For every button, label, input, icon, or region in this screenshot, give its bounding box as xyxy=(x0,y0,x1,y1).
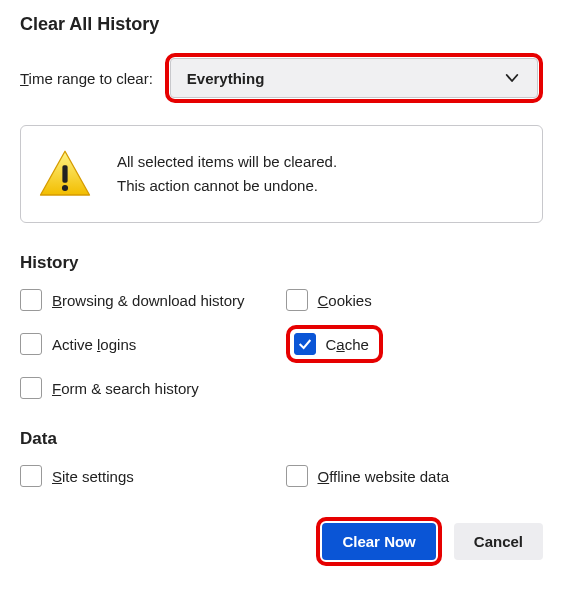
chevron-down-icon xyxy=(503,69,521,87)
svg-point-1 xyxy=(62,185,68,191)
data-section-heading: Data xyxy=(20,429,543,449)
history-options: Browsing & download history Cookies Acti… xyxy=(20,289,543,399)
svg-rect-0 xyxy=(62,165,67,183)
data-options: Site settings Offline website data xyxy=(20,465,543,487)
time-range-label: Time range to clear: xyxy=(20,70,153,87)
checkbox-item-cookies[interactable]: Cookies xyxy=(286,289,544,311)
checkbox-item-site[interactable]: Site settings xyxy=(20,465,278,487)
label-browsing: Browsing & download history xyxy=(52,292,245,309)
time-range-row: Time range to clear: Everything xyxy=(20,53,543,103)
dialog-title: Clear All History xyxy=(20,14,543,35)
checkbox-item-offline[interactable]: Offline website data xyxy=(286,465,544,487)
button-row: Clear Now Cancel xyxy=(20,517,543,566)
clear-now-button[interactable]: Clear Now xyxy=(322,523,435,560)
time-range-highlight: Everything xyxy=(165,53,543,103)
checkbox-site[interactable] xyxy=(20,465,42,487)
checkbox-item-form[interactable]: Form & search history xyxy=(20,377,278,399)
label-offline: Offline website data xyxy=(318,468,449,485)
checkbox-form[interactable] xyxy=(20,377,42,399)
checkbox-item-browsing[interactable]: Browsing & download history xyxy=(20,289,278,311)
warning-triangle-icon xyxy=(37,146,93,202)
label-cookies: Cookies xyxy=(318,292,372,309)
label-logins: Active logins xyxy=(52,336,136,353)
history-section-heading: History xyxy=(20,253,543,273)
warning-line-2: This action cannot be undone. xyxy=(117,174,337,198)
label-form: Form & search history xyxy=(52,380,199,397)
clear-now-highlight: Clear Now xyxy=(316,517,441,566)
warning-text: All selected items will be cleared. This… xyxy=(117,150,337,198)
checkbox-item-logins[interactable]: Active logins xyxy=(20,325,278,363)
cache-highlight: Cache xyxy=(286,325,383,363)
cancel-button[interactable]: Cancel xyxy=(454,523,543,560)
checkbox-item-cache-wrapper: Cache xyxy=(286,325,544,363)
checkbox-browsing[interactable] xyxy=(20,289,42,311)
time-range-label-text: ime range to clear: xyxy=(29,70,153,87)
checkbox-cookies[interactable] xyxy=(286,289,308,311)
time-range-dropdown[interactable]: Everything xyxy=(170,58,538,98)
label-site: Site settings xyxy=(52,468,134,485)
time-range-mnemonic: T xyxy=(20,70,29,87)
checkbox-offline[interactable] xyxy=(286,465,308,487)
time-range-selected: Everything xyxy=(187,70,265,87)
checkbox-cache[interactable] xyxy=(294,333,316,355)
warning-line-1: All selected items will be cleared. xyxy=(117,150,337,174)
checkbox-logins[interactable] xyxy=(20,333,42,355)
label-cache: Cache xyxy=(326,336,369,353)
warning-box: All selected items will be cleared. This… xyxy=(20,125,543,223)
